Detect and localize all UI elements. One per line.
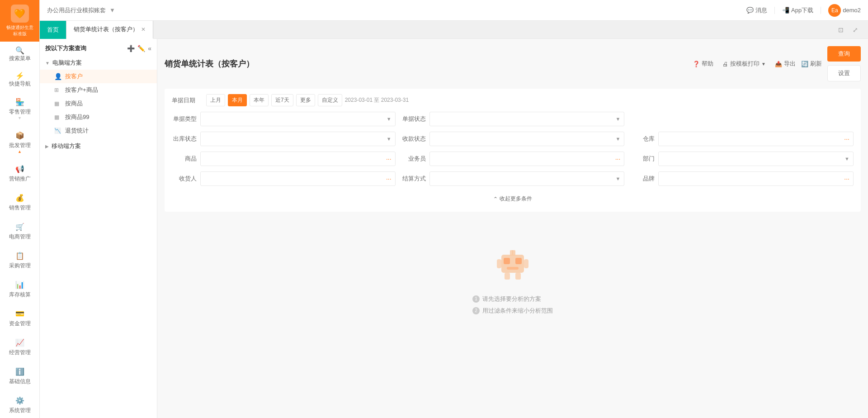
print-icon: 🖨 xyxy=(722,61,728,67)
sidebar-item-operations[interactable]: 📈 经营管理 xyxy=(0,333,39,362)
right-panel: 销货单统计表（按客户） ❓ 帮助 🖨 按模板打印 ▼ 📤 导出 xyxy=(157,39,868,418)
sidebar: 🧡 畅捷通好生意 标准版 🔍 搜索菜单 ⚡ 快捷导航 🏪 零售管理 ▼ 📦 批发… xyxy=(0,0,40,418)
add-scheme-btn[interactable]: ➕ xyxy=(127,45,135,52)
sales-stat-tab-label: 销货单统计表（按客户） xyxy=(74,25,138,33)
last-7-days-btn[interactable]: 近7天 xyxy=(271,94,293,106)
product-input[interactable]: ··· xyxy=(200,152,396,166)
scheme-return-stat[interactable]: 📉 退货统计 xyxy=(40,124,157,138)
user-avatar: Ea xyxy=(828,4,841,17)
out-status-select[interactable]: ▼ xyxy=(200,132,396,146)
sidebar-item-sales[interactable]: 💰 销售管理 xyxy=(0,188,39,217)
salesperson-dots-icon[interactable]: ··· xyxy=(615,155,621,162)
message-icon: 💬 xyxy=(746,7,754,14)
filter-row-5: 收货人 ··· 结算方式 ▼ 品牌 xyxy=(172,171,854,186)
brand-dots-icon[interactable]: ··· xyxy=(844,175,849,182)
scheme-customer-product[interactable]: ⊞ 按客户+商品 xyxy=(40,83,157,97)
product-label: 商品 xyxy=(172,155,197,163)
svg-rect-1 xyxy=(504,258,510,264)
tab-home[interactable]: 首页 xyxy=(40,21,66,39)
order-status-select[interactable]: ▼ xyxy=(429,112,625,126)
sidebar-item-finance[interactable]: 💳 资金管理 xyxy=(0,304,39,333)
collapse-label: 收起更多条件 xyxy=(500,195,532,203)
edit-scheme-btn[interactable]: ✏️ xyxy=(137,45,145,52)
sidebar-item-wholesale[interactable]: 📦 批发管理 ▲ xyxy=(0,126,39,159)
order-type-label: 单据类型 xyxy=(172,115,197,123)
warehouse-input[interactable]: ··· xyxy=(658,132,854,146)
ecommerce-icon: 🛒 xyxy=(15,223,24,231)
filter-order-status: 单据状态 ▼ xyxy=(401,112,625,126)
svg-rect-9 xyxy=(515,273,521,280)
user-menu[interactable]: Ea demo2 xyxy=(828,4,861,17)
collapse-filter-btn[interactable]: ⌃ 收起更多条件 xyxy=(172,191,854,206)
pc-scheme-header[interactable]: ▼ 电脑端方案 xyxy=(40,56,157,70)
header-dropdown-arrow[interactable]: ▼ xyxy=(109,7,115,14)
help-btn[interactable]: ❓ 帮助 xyxy=(693,60,713,68)
sidebar-item-marketing[interactable]: 📢 营销推广 xyxy=(0,159,39,188)
tab-actions: ⊡ ⤢ xyxy=(835,24,868,35)
export-btn[interactable]: 📤 导出 xyxy=(775,60,796,68)
settings-button[interactable]: 设置 xyxy=(827,65,861,81)
mobile-scheme-header[interactable]: ▶ 移动端方案 xyxy=(40,139,157,153)
filter-order-type: 单据类型 ▼ xyxy=(172,112,396,126)
refresh-btn[interactable]: 🔄 刷新 xyxy=(801,60,822,68)
department-select[interactable]: ▼ xyxy=(658,152,854,166)
return-stat-icon: 📉 xyxy=(54,128,61,134)
warehouse-dots-icon[interactable]: ··· xyxy=(844,135,849,142)
custom-btn[interactable]: 自定义 xyxy=(318,94,342,106)
brand-label: 品牌 xyxy=(630,175,655,183)
search-menu[interactable]: 🔍 搜索菜单 xyxy=(9,42,31,67)
svg-rect-2 xyxy=(515,258,522,264)
query-button[interactable]: 查询 xyxy=(827,46,861,62)
salesperson-input[interactable]: ··· xyxy=(429,152,625,166)
filter-salesperson: 业务员 ··· xyxy=(401,152,625,166)
tab-restore-btn[interactable]: ⊡ xyxy=(835,24,846,35)
filter-receive-status: 收款状态 ▼ xyxy=(401,132,625,146)
more-btn[interactable]: 更多 xyxy=(296,94,315,106)
scheme-product-99[interactable]: ▦ 按商品99 xyxy=(40,110,157,124)
quick-nav[interactable]: ⚡ 快捷导航 xyxy=(9,67,31,92)
order-type-arrow-icon: ▼ xyxy=(387,116,392,122)
receiver-input[interactable]: ··· xyxy=(200,171,396,186)
collapse-panel-btn[interactable]: « xyxy=(148,45,151,52)
this-month-btn[interactable]: 本月 xyxy=(228,94,247,106)
sidebar-item-basic[interactable]: ℹ️ 基础信息 xyxy=(0,362,39,391)
receiver-dots-icon[interactable]: ··· xyxy=(386,175,392,182)
sidebar-item-retail[interactable]: 🏪 零售管理 ▼ xyxy=(0,92,39,126)
this-year-btn[interactable]: 本年 xyxy=(250,94,269,106)
scheme-by-product[interactable]: ▦ 按商品 xyxy=(40,97,157,110)
help-icon: ❓ xyxy=(693,61,700,67)
receive-status-select[interactable]: ▼ xyxy=(429,132,625,146)
app-download-btn[interactable]: 📲 App下载 xyxy=(782,6,813,14)
template-print-btn[interactable]: 🖨 按模板打印 ▼ xyxy=(719,60,769,68)
user-name: demo2 xyxy=(843,7,861,14)
action-btn-group: 查询 设置 xyxy=(827,46,861,81)
finance-icon: 💳 xyxy=(15,309,24,318)
header-right: 💬 消息 📲 App下载 Ea demo2 xyxy=(746,4,861,17)
sidebar-item-inventory[interactable]: 📊 库存核算 xyxy=(0,275,39,304)
tab-close-btn[interactable]: ✕ xyxy=(141,26,146,33)
left-panel: 按以下方案查询 ➕ ✏️ « ▼ 电脑端方案 👤 按客户 ⊞ xyxy=(40,39,157,418)
messages-btn[interactable]: 💬 消息 xyxy=(746,6,767,14)
settlement-select[interactable]: ▼ xyxy=(429,171,625,186)
download-icon: 📲 xyxy=(782,7,789,14)
collapse-arrow-icon: ⌃ xyxy=(493,196,498,202)
header-divider2 xyxy=(821,7,821,14)
sidebar-item-system[interactable]: ⚙️ 系统管理 xyxy=(0,391,39,418)
last-month-btn[interactable]: 上月 xyxy=(206,94,225,106)
scheme-title: 按以下方案查询 xyxy=(45,44,86,52)
order-type-select[interactable]: ▼ xyxy=(200,112,396,126)
receive-status-label: 收款状态 xyxy=(401,135,426,143)
filter-row-date: 单据日期 上月 本月 本年 近7天 更多 自定义 2023-03-01 至 20… xyxy=(172,94,854,106)
basic-icon: ℹ️ xyxy=(15,367,24,376)
date-range-display: 2023-03-01 至 2023-03-31 xyxy=(345,96,409,104)
svg-rect-8 xyxy=(505,273,510,280)
tab-sales-stat[interactable]: 销货单统计表（按客户） ✕ xyxy=(66,21,153,39)
header-left: 办公用品行业模拟账套 ▼ xyxy=(47,6,115,14)
sidebar-item-ecommerce[interactable]: 🛒 电商管理 xyxy=(0,217,39,246)
tab-maximize-btn[interactable]: ⤢ xyxy=(850,24,861,35)
brand-input[interactable]: ··· xyxy=(658,171,854,186)
scheme-by-customer[interactable]: 👤 按客户 xyxy=(40,70,157,83)
sidebar-item-purchase[interactable]: 📋 采购管理 xyxy=(0,246,39,275)
product-dots-icon[interactable]: ··· xyxy=(386,155,392,162)
receiver-label: 收货人 xyxy=(172,175,197,183)
